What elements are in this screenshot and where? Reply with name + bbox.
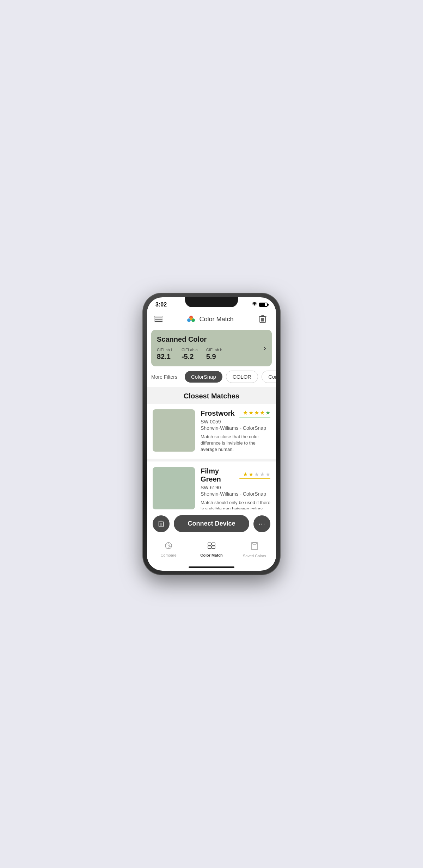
closest-matches-header: Closest Matches	[147, 387, 276, 404]
frostwork-name-row: Frostwork ★ ★ ★ ★ ★	[201, 409, 270, 417]
lab-a-item: CIELab a -5.2	[182, 348, 198, 361]
star-1: ★	[243, 409, 248, 416]
match-card-filmy-green[interactable]: Filmy Green ★ ★ ★ ★ ★ SW 619	[147, 461, 276, 509]
connect-device-button[interactable]: Connect Device	[174, 515, 249, 532]
trash-icon	[259, 315, 266, 323]
frostwork-name: Frostwork	[201, 409, 235, 417]
frostwork-stars: ★ ★ ★ ★ ★	[243, 409, 270, 416]
filmy-green-stars-row: ★ ★ ★ ★ ★	[239, 471, 270, 479]
svg-rect-19	[208, 546, 211, 548]
battery-fill	[260, 303, 265, 306]
svg-rect-17	[208, 543, 211, 545]
svg-rect-18	[212, 543, 215, 545]
filters-label: More Filters	[151, 374, 177, 380]
color-match-icon	[207, 542, 216, 552]
scanned-chevron-right-icon: ›	[263, 343, 266, 353]
hamburger-button[interactable]	[154, 316, 163, 322]
frostwork-star-underline	[239, 417, 270, 417]
svg-rect-20	[212, 546, 215, 548]
star-3: ★	[254, 409, 259, 416]
phone-screen: 3:02 ····	[147, 297, 276, 571]
scanned-values-row: CIELab L 82.1 CIELab a -5.2 CIELab b 5.9	[157, 348, 263, 361]
nav-color-match[interactable]: Color Match	[190, 542, 233, 558]
filmy-green-info: Filmy Green ★ ★ ★ ★ ★ SW 619	[201, 467, 270, 509]
wifi-icon	[252, 302, 257, 308]
nav-saved-colors-label: Saved Colors	[243, 554, 266, 558]
frostwork-code: SW 0059	[201, 419, 270, 424]
status-time: 3:02	[155, 302, 167, 308]
svg-rect-22	[253, 542, 256, 544]
star-4: ★	[260, 409, 265, 416]
bottom-navigation: Compare Color Match	[147, 538, 276, 565]
hamburger-line-1	[155, 317, 163, 317]
app-header: Color Match	[147, 310, 276, 330]
lab-a-value: -5.2	[182, 353, 194, 360]
frostwork-stars-row: ★ ★ ★ ★ ★	[239, 409, 270, 417]
filter-colorsnap-button[interactable]: ColorSnap	[185, 371, 222, 383]
scanned-color-section[interactable]: Scanned Color CIELab L 82.1 CIELab a -5.…	[151, 330, 272, 366]
filmy-green-name-row: Filmy Green ★ ★ ★ ★ ★	[201, 467, 270, 483]
more-dots-icon: ···	[258, 520, 265, 528]
filmy-green-brand: Sherwin-Williams - ColorSnap	[201, 491, 270, 497]
frostwork-description: Match so close that the color difference…	[201, 434, 270, 453]
saved-colors-icon	[251, 542, 258, 552]
hamburger-line-2	[155, 319, 163, 320]
fg-star-4: ★	[260, 471, 265, 478]
svg-rect-21	[251, 542, 258, 550]
hamburger-line-3	[155, 321, 163, 322]
frostwork-info: Frostwork ★ ★ ★ ★ ★ SW 0059	[201, 409, 270, 453]
filmy-green-star-underline	[239, 478, 270, 479]
lab-b-value: 5.9	[206, 353, 216, 360]
phone-frame: 3:02 ····	[143, 293, 280, 575]
star-2: ★	[249, 409, 253, 416]
scanned-color-info: Scanned Color CIELab L 82.1 CIELab a -5.…	[157, 335, 263, 361]
filmy-green-description: Match should only be used if there is a …	[201, 500, 270, 509]
lab-l-item: CIELab L 82.1	[157, 348, 173, 361]
notch	[185, 297, 238, 307]
filter-concepts-button[interactable]: Concepts	[262, 371, 276, 383]
lab-b-item: CIELab b 5.9	[206, 348, 222, 361]
star-5: ★	[265, 409, 270, 416]
filmy-green-code: SW 6190	[201, 485, 270, 490]
filters-section: More Filters ColorSnap COLOR Concepts	[147, 366, 276, 387]
connect-device-overlay: Connect Device ···	[147, 509, 276, 538]
nav-compare[interactable]: Compare	[147, 542, 190, 558]
frostwork-swatch	[153, 409, 195, 452]
app-title-text: Color Match	[199, 316, 233, 323]
lab-l-value: 82.1	[157, 353, 171, 360]
nav-compare-label: Compare	[160, 553, 176, 557]
match-card-frostwork[interactable]: Frostwork ★ ★ ★ ★ ★ SW 0059	[147, 404, 276, 459]
home-indicator	[189, 566, 234, 568]
fg-star-5: ★	[265, 471, 270, 478]
compare-icon	[164, 542, 173, 552]
app-title-container: Color Match	[186, 314, 233, 324]
connect-trash-icon	[158, 520, 164, 527]
nav-color-match-label: Color Match	[200, 553, 223, 557]
lab-b-label: CIELab b	[206, 348, 222, 352]
matches-scroll-area[interactable]: Frostwork ★ ★ ★ ★ ★ SW 0059	[147, 404, 276, 509]
lab-a-label: CIELab a	[182, 348, 198, 352]
svg-point-3	[190, 317, 192, 320]
more-options-button[interactable]: ···	[253, 515, 270, 532]
filmy-green-swatch	[153, 467, 195, 509]
frostwork-brand: Sherwin-Williams - ColorSnap	[201, 425, 270, 431]
nav-saved-colors[interactable]: Saved Colors	[233, 542, 276, 558]
filmy-green-name: Filmy Green	[201, 467, 239, 483]
signal-icon: ····	[244, 303, 250, 306]
connect-trash-button[interactable]	[153, 515, 170, 532]
fg-star-2: ★	[249, 471, 253, 478]
battery-icon	[259, 303, 268, 307]
status-icons: ····	[244, 302, 268, 308]
fg-star-1: ★	[243, 471, 248, 478]
app-logo-icon	[186, 314, 196, 324]
lab-l-label: CIELab L	[157, 348, 173, 352]
filter-color-button[interactable]: COLOR	[226, 371, 258, 383]
header-trash-button[interactable]	[256, 313, 269, 326]
filmy-green-stars: ★ ★ ★ ★ ★	[243, 471, 270, 478]
fg-star-3: ★	[254, 471, 259, 478]
scanned-color-title: Scanned Color	[157, 335, 263, 343]
filter-divider	[181, 372, 181, 382]
